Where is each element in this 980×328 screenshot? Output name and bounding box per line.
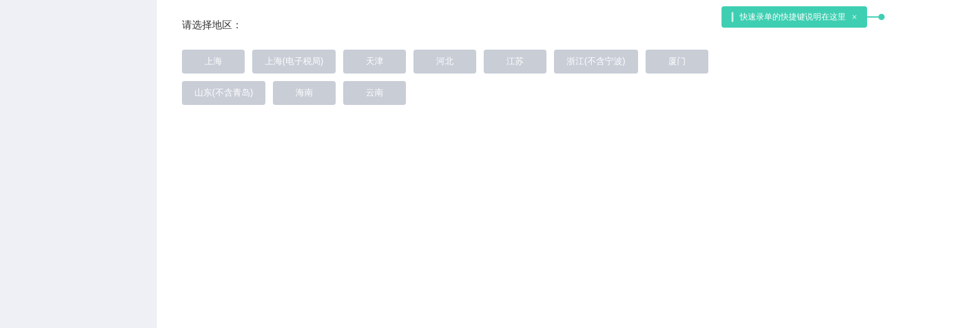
region-btn-zhejiang[interactable]: 浙江(不含宁波) (554, 50, 637, 74)
tooltip-label: 快速录单的快捷键说明在这里 (740, 11, 846, 23)
region-row-1: 上海上海(电子税局)天津河北江苏浙江(不含宁波)厦门 (182, 50, 955, 74)
region-btn-shanghai[interactable]: 上海 (182, 50, 245, 74)
region-buttons-container: 上海上海(电子税局)天津河北江苏浙江(不含宁波)厦门 山东(不含青岛)海南云南 (182, 50, 955, 105)
region-btn-yunnan[interactable]: 云南 (343, 81, 406, 105)
tooltip-connector (866, 14, 885, 20)
connector-line (866, 16, 878, 18)
region-btn-hainan[interactable]: 海南 (273, 81, 336, 105)
connector-dot (878, 14, 885, 20)
main-content: 请选择地区： 上海上海(电子税局)天津河北江苏浙江(不含宁波)厦门 山东(不含青… (157, 0, 980, 328)
tooltip-close-button[interactable]: × (852, 12, 857, 22)
left-sidebar (0, 0, 157, 328)
region-btn-tianjin[interactable]: 天津 (343, 50, 406, 74)
region-btn-xiamen[interactable]: 厦门 (646, 50, 708, 74)
region-btn-shandong[interactable]: 山东(不含青岛) (182, 81, 265, 105)
region-row-2: 山东(不含青岛)海南云南 (182, 81, 955, 105)
tooltip-banner: 快速录单的快捷键说明在这里 × (722, 6, 867, 28)
tooltip-left-bar (732, 12, 733, 22)
region-btn-jiangsu[interactable]: 江苏 (484, 50, 546, 74)
region-btn-shanghai-etax[interactable]: 上海(电子税局) (252, 50, 336, 74)
region-btn-hebei[interactable]: 河北 (413, 50, 476, 74)
